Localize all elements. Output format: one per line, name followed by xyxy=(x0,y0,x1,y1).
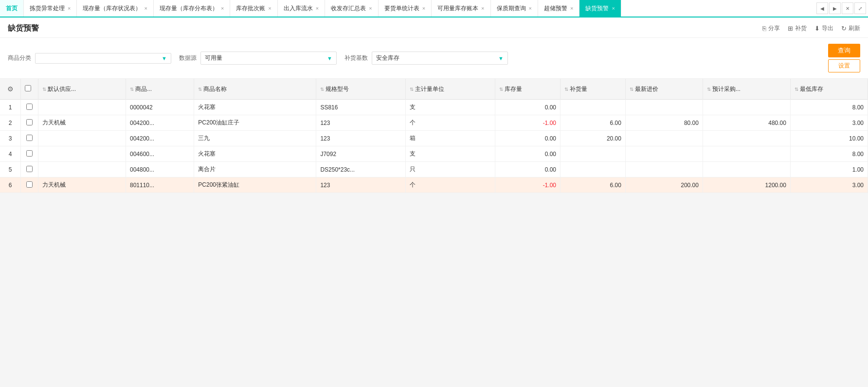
row-min-stock-1: 8.00 xyxy=(790,100,868,115)
col-header-unit: ⇅ 主计量单位 xyxy=(405,79,495,100)
nav-tab-home[interactable]: 首页 xyxy=(0,0,24,17)
nav-tab-close-batch-account[interactable]: × xyxy=(268,5,271,11)
sort-icon-min-stock: ⇅ xyxy=(795,87,798,92)
nav-tab-label-inventory-dist: 现存量（库存分布表） xyxy=(160,4,218,13)
nav-tab-inout-flow[interactable]: 出入库流水 × xyxy=(278,0,325,17)
col-header-supplier: ⇅ 默认供应... xyxy=(38,79,126,100)
row-index-4: 4 xyxy=(0,146,21,162)
row-est-purchase-1 xyxy=(703,100,790,115)
replenish-base-select[interactable]: 安全库存 ▼ xyxy=(372,52,508,65)
col-header-est-purchase: ⇅ 预计采购... xyxy=(703,79,790,100)
row-goods-code-2: 004200... xyxy=(126,115,194,131)
export-button[interactable]: ⬇ 导出 xyxy=(814,24,833,33)
row-replenish-1 xyxy=(560,100,625,115)
nav-tab-close-inventory-status[interactable]: × xyxy=(144,5,147,11)
category-select[interactable]: ▼ xyxy=(35,53,171,64)
row-select-checkbox-4[interactable] xyxy=(26,150,33,157)
nav-tab-label-avail-ledger: 可用量库存账本 xyxy=(437,4,478,13)
nav-tab-label-overstock: 超储预警 xyxy=(544,4,567,13)
refresh-button[interactable]: ↻ 刷新 xyxy=(841,24,860,33)
top-navigation: 首页 拣货异常处理 ×现存量（库存状况表） ×现存量（库存分布表） ×库存批次账… xyxy=(0,0,868,18)
nav-expand-btn[interactable]: ⤢ xyxy=(854,2,866,14)
row-spec-6: 123 xyxy=(316,177,406,193)
settings-button[interactable]: 设置 xyxy=(828,59,860,72)
nav-tab-abnormal[interactable]: 拣货异常处理 × xyxy=(24,0,77,17)
nav-tab-inventory-status[interactable]: 现存量（库存状况表） × xyxy=(77,0,153,17)
row-unit-1: 支 xyxy=(405,100,495,115)
row-select-checkbox-5[interactable] xyxy=(26,166,33,172)
row-latest-price-6: 200.00 xyxy=(625,177,703,193)
gear-settings-icon[interactable]: ⚙ xyxy=(4,83,17,95)
row-est-purchase-4 xyxy=(703,146,790,162)
query-button[interactable]: 查询 xyxy=(828,44,860,57)
row-checkbox-2[interactable] xyxy=(21,115,38,131)
nav-tab-close-collection[interactable]: × xyxy=(369,5,372,11)
nav-tab-order-stats[interactable]: 要货单统计表 × xyxy=(379,0,432,17)
nav-tab-close-abnormal[interactable]: × xyxy=(68,5,71,11)
nav-tab-collection[interactable]: 收发存汇总表 × xyxy=(325,0,378,17)
row-goods-name-1: 火花塞 xyxy=(194,100,316,115)
nav-tab-batch-account[interactable]: 库存批次账 × xyxy=(230,0,277,17)
nav-tab-close-expiry-query[interactable]: × xyxy=(529,5,532,11)
row-checkbox-3[interactable] xyxy=(21,131,38,146)
nav-tab-label-expiry-query: 保质期查询 xyxy=(497,4,526,13)
row-stock-1: 0.00 xyxy=(495,100,561,115)
nav-prev-btn[interactable]: ◀ xyxy=(816,2,828,14)
row-supplier-6: 力天机械 xyxy=(38,177,126,193)
home-tab-label: 首页 xyxy=(6,4,18,13)
row-stock-2: -1.00 xyxy=(495,115,561,131)
col-header-spec: ⇅ 规格型号 xyxy=(316,79,406,100)
row-stock-3: 0.00 xyxy=(495,131,561,146)
replenish-icon: ⊞ xyxy=(788,25,793,32)
row-latest-price-4 xyxy=(625,146,703,162)
nav-tab-close-inout-flow[interactable]: × xyxy=(316,5,319,11)
nav-tab-avail-ledger[interactable]: 可用量库存账本 × xyxy=(432,0,490,17)
nav-tab-close-shortage[interactable]: × xyxy=(612,5,615,11)
row-est-purchase-6: 1200.00 xyxy=(703,177,790,193)
nav-tab-overstock[interactable]: 超储预警 × xyxy=(538,0,579,17)
row-spec-3: 123 xyxy=(316,131,406,146)
row-min-stock-2: 3.00 xyxy=(790,115,868,131)
row-latest-price-3 xyxy=(625,131,703,146)
nav-tab-close-inventory-dist[interactable]: × xyxy=(221,5,224,11)
nav-tab-shortage[interactable]: 缺货预警 × xyxy=(579,0,621,17)
select-all-checkbox[interactable] xyxy=(25,85,31,91)
row-checkbox-1[interactable] xyxy=(21,100,38,115)
replenish-base-arrow-icon: ▼ xyxy=(498,55,504,61)
row-select-checkbox-2[interactable] xyxy=(26,119,33,125)
row-checkbox-6[interactable] xyxy=(21,177,38,193)
row-unit-3: 箱 xyxy=(405,131,495,146)
nav-tab-close-overstock[interactable]: × xyxy=(570,5,573,11)
table-row: 1 0000042 火花塞 SS816 支 0.00 8.00 xyxy=(0,100,868,115)
nav-tab-expiry-query[interactable]: 保质期查询 × xyxy=(491,0,538,17)
replenish-base-filter-group: 补货基数 安全库存 ▼ xyxy=(344,52,508,65)
nav-next-btn[interactable]: ▶ xyxy=(829,2,841,14)
row-index-1: 1 xyxy=(0,100,21,115)
replenish-button[interactable]: ⊞ 补货 xyxy=(788,24,807,33)
row-unit-4: 支 xyxy=(405,146,495,162)
nav-tab-inventory-dist[interactable]: 现存量（库存分布表） × xyxy=(154,0,230,17)
row-select-checkbox-3[interactable] xyxy=(26,135,33,141)
col-header-goods-name: ⇅ 商品名称 xyxy=(194,79,316,100)
row-goods-code-4: 004600... xyxy=(126,146,194,162)
datasource-select[interactable]: 可用量 ▼ xyxy=(200,52,337,65)
nav-tab-label-inventory-status: 现存量（库存状况表） xyxy=(83,4,141,13)
nav-tab-label-inout-flow: 出入库流水 xyxy=(284,4,313,13)
row-goods-code-1: 0000042 xyxy=(126,100,194,115)
row-index-6: 6 xyxy=(0,177,21,193)
row-checkbox-4[interactable] xyxy=(21,146,38,162)
row-select-checkbox-6[interactable] xyxy=(26,181,33,188)
row-stock-6: -1.00 xyxy=(495,177,561,193)
row-goods-name-2: PC200油缸庄子 xyxy=(194,115,316,131)
share-button[interactable]: ⎘ 分享 xyxy=(762,24,780,33)
nav-close-btn[interactable]: ✕ xyxy=(842,2,853,14)
row-spec-4: J7092 xyxy=(316,146,406,162)
nav-tab-close-order-stats[interactable]: × xyxy=(422,5,425,11)
sort-icon-unit: ⇅ xyxy=(410,87,414,92)
row-checkbox-5[interactable] xyxy=(21,162,38,177)
row-latest-price-1 xyxy=(625,100,703,115)
row-select-checkbox-1[interactable] xyxy=(26,104,33,110)
nav-tab-close-avail-ledger[interactable]: × xyxy=(481,5,484,11)
row-stock-4: 0.00 xyxy=(495,146,561,162)
sort-icon-est-purchase: ⇅ xyxy=(707,87,711,92)
